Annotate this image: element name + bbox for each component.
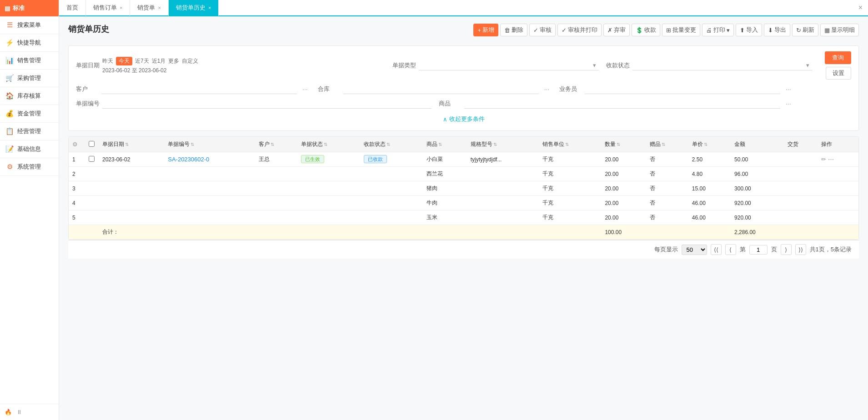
tab-sales-delivery-close[interactable]: × bbox=[158, 5, 161, 10]
sidebar-item-finance[interactable]: 💰 资金管理 bbox=[0, 105, 59, 123]
sidebar-item-sales-mgmt[interactable]: 📊 销售管理 bbox=[0, 52, 59, 70]
col-gift[interactable]: 赠品⇅ bbox=[646, 137, 688, 152]
tab-sales-history[interactable]: 销货单历史 × bbox=[169, 0, 219, 16]
col-doc-status[interactable]: 单据状态⇅ bbox=[297, 137, 360, 152]
staff-label: 业务员 bbox=[559, 85, 582, 93]
new-button[interactable]: + 新增 bbox=[473, 24, 498, 36]
warehouse-input[interactable] bbox=[343, 84, 539, 94]
col-qty[interactable]: 数量⇅ bbox=[601, 137, 646, 152]
date-tab-yesterday[interactable]: 昨天 bbox=[102, 57, 113, 65]
date-tab-today[interactable]: 今天 bbox=[116, 57, 132, 65]
audit-print-button[interactable]: ✓ 审核并打印 bbox=[557, 24, 602, 36]
summary-row: 合计： 100.00 2,286.00 bbox=[69, 225, 858, 240]
footer-pause-icon[interactable]: ⏸ bbox=[16, 409, 22, 415]
select-all-checkbox[interactable] bbox=[89, 141, 95, 147]
date-tab-custom[interactable]: 自定义 bbox=[182, 57, 198, 65]
warehouse-dots[interactable]: ··· bbox=[542, 85, 552, 94]
export-button[interactable]: ⬇ 导出 bbox=[764, 24, 790, 36]
tab-sales-history-close[interactable]: × bbox=[208, 5, 211, 10]
cell-price-1: 4.80 bbox=[688, 167, 731, 181]
refresh-button[interactable]: ↻ 刷新 bbox=[792, 24, 818, 36]
cell-doc-no-3 bbox=[164, 196, 255, 210]
audit-button[interactable]: ✓ 审核 bbox=[529, 24, 556, 36]
col-action: 操作 bbox=[818, 137, 858, 152]
collapse-button[interactable]: ∧ 收起更多条件 bbox=[437, 113, 490, 125]
goods-dots[interactable]: ··· bbox=[783, 99, 794, 108]
date-tab-1month[interactable]: 近1月 bbox=[152, 57, 166, 65]
cell-amount-3: 920.00 bbox=[731, 196, 784, 210]
col-doc-no[interactable]: 单据编号⇅ bbox=[164, 137, 255, 152]
edit-icon[interactable]: ✏ bbox=[821, 156, 826, 163]
date-range-display: 2023-06-02 至 2023-06-02 bbox=[102, 67, 385, 75]
col-goods[interactable]: 商品⇅ bbox=[423, 137, 467, 152]
sidebar-item-label: 库存核算 bbox=[17, 92, 41, 100]
cell-spec-1 bbox=[467, 167, 539, 181]
date-tab-more[interactable]: 更多 bbox=[168, 57, 179, 65]
footer-fire-icon[interactable]: 🔥 bbox=[5, 409, 12, 415]
print-button[interactable]: 🖨 打印 ▾ bbox=[702, 24, 734, 36]
sort-price-icon: ⇅ bbox=[704, 142, 707, 147]
tab-sales-order[interactable]: 销售订单 × bbox=[86, 0, 130, 16]
more-icon[interactable]: ⋯ bbox=[828, 156, 834, 163]
query-button[interactable]: 查询 bbox=[825, 51, 851, 64]
page-number-input[interactable] bbox=[749, 245, 768, 255]
sort-doc-status-icon: ⇅ bbox=[324, 142, 327, 147]
cell-spec-0: tyjytyjtydjdf... bbox=[467, 152, 539, 167]
abandon-button[interactable]: ✗ 弃审 bbox=[603, 24, 630, 36]
sidebar-item-sys-mgmt[interactable]: ⚙ 系统管理 bbox=[0, 158, 59, 176]
cell-price-0: 2.50 bbox=[688, 152, 731, 167]
next-page-btn[interactable]: ⟩ bbox=[781, 244, 792, 255]
col-doc-date[interactable]: 单据日期⇅ bbox=[99, 137, 164, 152]
last-page-btn[interactable]: ⟩⟩ bbox=[795, 244, 806, 255]
collect-button[interactable]: 💲 收款 bbox=[632, 24, 660, 36]
cell-customer-2 bbox=[255, 181, 297, 196]
cell-trade-4 bbox=[784, 210, 818, 225]
cell-doc-status-2 bbox=[297, 181, 360, 196]
filter-settings-button[interactable]: 设置 bbox=[826, 67, 851, 80]
prev-page-btn[interactable]: ⟨ bbox=[725, 244, 736, 255]
staff-dots[interactable]: ··· bbox=[783, 85, 794, 94]
date-tab-7days[interactable]: 近7天 bbox=[135, 57, 149, 65]
customer-dots[interactable]: ··· bbox=[300, 85, 311, 94]
show-details-button[interactable]: ▦ 显示明细 bbox=[820, 24, 859, 36]
goods-input[interactable] bbox=[464, 99, 781, 109]
sidebar-item-quick-nav[interactable]: ⚡ 快捷导航 bbox=[0, 34, 59, 52]
cell-trade-0 bbox=[784, 152, 818, 167]
import-button[interactable]: ⬆ 导入 bbox=[736, 24, 762, 36]
date-picker-area: 昨天 今天 近7天 近1月 更多 自定义 2023-06-02 至 2023-0… bbox=[102, 57, 385, 75]
batch-change-icon: ⊞ bbox=[666, 27, 671, 34]
col-unit[interactable]: 销售单位⇅ bbox=[539, 137, 602, 152]
tab-sales-delivery[interactable]: 销货单 × bbox=[130, 0, 168, 16]
payment-status-select[interactable]: ▾ bbox=[632, 60, 812, 70]
doc-type-select[interactable]: ▾ bbox=[419, 60, 598, 70]
page-size-select[interactable]: 50 100 200 bbox=[682, 245, 707, 255]
cell-doc-no-0: SA-20230602-0 bbox=[164, 152, 255, 167]
col-price[interactable]: 单价⇅ bbox=[688, 137, 731, 152]
col-customer[interactable]: 客户⇅ bbox=[255, 137, 297, 152]
cell-spec-4 bbox=[467, 210, 539, 225]
search-menu-icon: ☰ bbox=[5, 21, 14, 29]
first-page-btn[interactable]: ⟨⟨ bbox=[711, 244, 722, 255]
sidebar-item-basic-info[interactable]: 📝 基础信息 bbox=[0, 140, 59, 158]
sidebar-item-search-menu[interactable]: ☰ 搜索菜单 bbox=[0, 16, 59, 34]
col-payment-status[interactable]: 收款状态⇅ bbox=[360, 137, 423, 152]
summary-label-text: 合计： bbox=[99, 225, 601, 240]
delete-button[interactable]: 🗑 删除 bbox=[500, 24, 527, 36]
filter-row-2: 客户 ··· 合库 ··· 业务员 ··· bbox=[76, 84, 851, 94]
customer-input[interactable] bbox=[101, 84, 297, 94]
doc-no-input[interactable] bbox=[102, 99, 431, 109]
sidebar-item-inventory[interactable]: 🏠 库存核算 bbox=[0, 87, 59, 105]
cell-seq-2: 3 bbox=[69, 181, 85, 196]
window-close-btn[interactable]: × bbox=[853, 4, 868, 12]
sidebar-item-purchase-mgmt[interactable]: 🛒 采购管理 bbox=[0, 70, 59, 87]
staff-input[interactable] bbox=[585, 84, 780, 94]
page-title: 销货单历史 bbox=[68, 24, 109, 35]
col-spec[interactable]: 规格型号⇅ bbox=[467, 137, 539, 152]
tab-home[interactable]: 首页 bbox=[59, 0, 86, 16]
tab-home-label: 首页 bbox=[66, 4, 78, 12]
table-settings-icon[interactable]: ⚙ bbox=[72, 141, 78, 148]
batch-change-button[interactable]: ⊞ 批量变更 bbox=[662, 24, 700, 36]
tab-sales-order-close[interactable]: × bbox=[120, 5, 122, 10]
sidebar-item-ops-mgmt[interactable]: 📋 经营管理 bbox=[0, 123, 59, 140]
brand-label: 标准 bbox=[13, 4, 25, 12]
